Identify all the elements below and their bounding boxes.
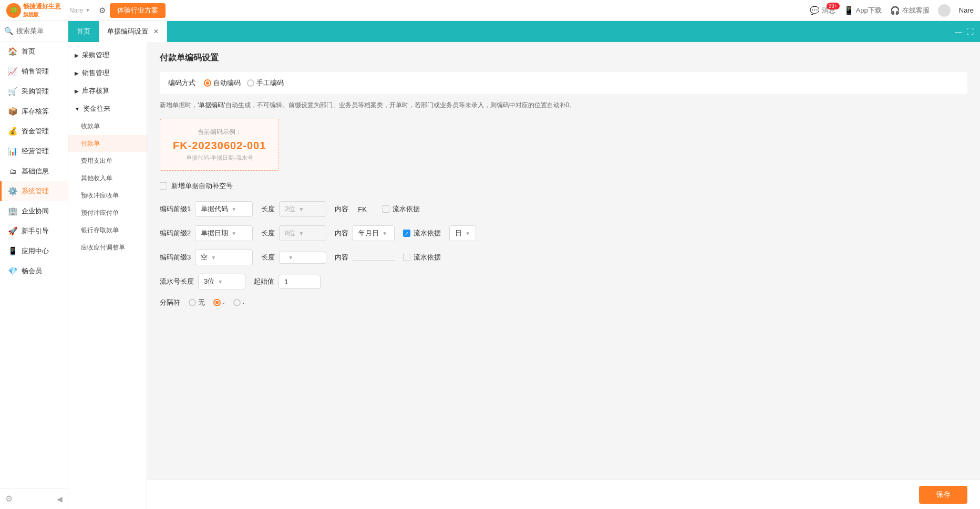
sub-nav-group-label: 采购管理 (82, 50, 109, 60)
auto-encode-radio-dot (204, 79, 211, 87)
online-service-btn[interactable]: 🎧 在线客服 (890, 6, 930, 15)
sidebar-item-system[interactable]: ⚙️ 系统管理 (0, 181, 68, 201)
sub-nav-capital-title[interactable]: ▼ 资金往来 (68, 100, 147, 118)
tab-home[interactable]: 首页 (68, 21, 99, 42)
sidebar-item-home[interactable]: 🏠 首页 (0, 41, 68, 61)
prefix1-select[interactable]: 单据代码 ▼ (195, 201, 253, 217)
prefix3-length-select[interactable]: ▼ (279, 252, 326, 264)
sub-nav-item-prepay-payment[interactable]: 预付冲应付单 (68, 204, 147, 222)
sub-nav-item-label: 预收冲应收单 (81, 192, 119, 199)
preview-sub: 单据代码-单据日期-流水号 (173, 154, 266, 162)
form-area: 付款单编码设置 编码方式 自动编码 手工编码 (147, 42, 980, 480)
prefix2-length-field: 长度 8位 ▼ (261, 225, 326, 241)
prefix3-select[interactable]: 空 ▼ (195, 250, 253, 265)
sidebar-item-label: 基础信息 (22, 167, 49, 176)
manual-encode-radio[interactable]: 手工编码 (247, 78, 284, 88)
tab-encoding-settings[interactable]: 单据编码设置 ✕ (99, 21, 167, 42)
separator-dash-radio[interactable]: · (233, 299, 245, 307)
separator-none-radio[interactable]: 无 (189, 298, 205, 307)
prefix1-serial-check: 流水依据 (382, 204, 420, 214)
sidebar-bottom: ⚙ ◀ (0, 488, 68, 509)
sidebar-item-label: 销售管理 (22, 67, 49, 76)
sub-nav-item-bank-deposit[interactable]: 银行存取款单 (68, 222, 147, 239)
serial-row: 流水号长度 3位 ▼ 起始值 (160, 274, 967, 289)
sub-nav-item-label: 预付冲应付单 (81, 209, 119, 216)
experience-btn[interactable]: 体验行业方案 (110, 3, 166, 18)
serial-length-select[interactable]: 3位 ▼ (198, 274, 245, 289)
sidebar-settings-icon[interactable]: ⚙ (5, 494, 13, 504)
sub-nav-purchase-title[interactable]: ▶ 采购管理 (68, 46, 147, 64)
auto-fill-checkbox[interactable] (160, 182, 167, 190)
sub-nav-item-payment[interactable]: 付款单 (68, 135, 147, 152)
auto-encode-radio[interactable]: 自动编码 (204, 78, 241, 88)
sub-nav-item-other-income[interactable]: 其他收入单 (68, 170, 147, 187)
prefix1-length-value: 2位 (285, 204, 295, 214)
topbar-right: 💬 消息 99+ 📱 App下载 🎧 在线客服 Nare (810, 4, 974, 17)
sidebar-item-member[interactable]: 💎 畅会员 (0, 261, 68, 281)
sub-nav-item-label: 应收应付调整单 (81, 244, 125, 251)
prefix2-content-field: 内容 年月日 ▼ (335, 225, 395, 241)
company-dropdown[interactable]: Nare ▼ (65, 7, 95, 14)
sidebar-item-app[interactable]: 📱 应用中心 (0, 241, 68, 261)
sub-nav-item-prepay-receipt[interactable]: 预收冲应收单 (68, 187, 147, 204)
chevron-down-icon: ▼ (75, 106, 80, 112)
sidebar-item-sales[interactable]: 📈 销售管理 (0, 61, 68, 81)
prefix1-serial-checkbox[interactable] (382, 205, 389, 213)
prefix2-serial-label: 流水依据 (414, 228, 441, 238)
chevron-down-icon: ▼ (288, 255, 293, 261)
sub-nav-inventory[interactable]: ▶ 库存核算 (68, 82, 147, 100)
inventory-icon: 📦 (8, 107, 17, 116)
search-menu-btn[interactable]: 🔍 搜索菜单 (0, 21, 68, 41)
prefix1-length-select[interactable]: 2位 ▼ (279, 201, 326, 217)
tab-expand-icon[interactable]: ⛶ (966, 27, 974, 36)
sidebar-item-inventory[interactable]: 📦 库存核算 (0, 101, 68, 121)
sub-nav-inventory-title[interactable]: ▶ 库存核算 (68, 82, 147, 100)
sidebar-item-finance[interactable]: 💰 资金管理 (0, 121, 68, 141)
start-value-input[interactable] (278, 275, 321, 289)
prefix2-length-select[interactable]: 8位 ▼ (279, 225, 326, 241)
prefix2-content-select[interactable]: 年月日 ▼ (353, 225, 395, 241)
prefix2-serial-checkbox[interactable]: ✓ (403, 230, 410, 237)
prefix2-content-value: 年月日 (358, 228, 379, 238)
serial-length-field: 流水号长度 3位 ▼ (160, 274, 245, 289)
prefix2-field: 编码前缀2 单据日期 ▼ (160, 225, 253, 241)
sidebar-item-purchase[interactable]: 🛒 采购管理 (0, 81, 68, 101)
sidebar-item-basic[interactable]: 🗂 基础信息 (0, 161, 68, 181)
content-body: ▶ 采购管理 ▶ 销售管理 ▶ 库存核算 (68, 42, 980, 509)
sub-nav-item-expense[interactable]: 费用支出单 (68, 152, 147, 170)
message-icon: 💬 (810, 6, 820, 15)
prefix3-serial-checkbox[interactable] (403, 254, 410, 261)
separator-none-dot (189, 299, 196, 306)
tab-close-icon[interactable]: ✕ (153, 28, 159, 35)
sidebar-collapse-icon[interactable]: ◀ (57, 495, 63, 503)
auto-fill-row: 新增单据自动补空号 (160, 181, 967, 191)
prefix2-select[interactable]: 单据日期 ▼ (195, 225, 253, 241)
date-unit-select[interactable]: 日 ▼ (449, 225, 476, 241)
save-button[interactable]: 保存 (919, 486, 967, 504)
sub-nav-sales[interactable]: ▶ 销售管理 (68, 64, 147, 82)
prefix3-serial-label: 流水依据 (414, 253, 441, 262)
sidebar-item-guide[interactable]: 🚀 新手引导 (0, 221, 68, 241)
settings-icon[interactable]: ⚙ (99, 6, 106, 15)
app-center-icon: 📱 (8, 246, 17, 256)
messages-btn[interactable]: 💬 消息 99+ (810, 6, 835, 15)
user-avatar[interactable] (938, 4, 951, 17)
app-download-btn[interactable]: 📱 App下载 (844, 6, 882, 15)
prefix3-row: 编码前缀3 空 ▼ 长度 ▼ (160, 250, 967, 265)
sub-nav-item-ar-ap-adjust[interactable]: 应收应付调整单 (68, 239, 147, 256)
tab-minimize-icon[interactable]: — (955, 27, 962, 36)
separator-dot-radio[interactable]: · (213, 299, 225, 307)
chevron-right-icon: ▶ (75, 53, 79, 58)
prefix3-serial-check: 流水依据 (403, 253, 441, 262)
chevron-down-icon: ▼ (382, 231, 387, 236)
sub-nav-purchase[interactable]: ▶ 采购管理 (68, 46, 147, 64)
sub-nav-sales-title[interactable]: ▶ 销售管理 (68, 64, 147, 82)
sub-nav-item-receipt[interactable]: 收款单 (68, 118, 147, 135)
encoding-radio-group: 自动编码 手工编码 (204, 78, 284, 88)
prefix1-serial-label: 流水依据 (393, 204, 420, 214)
tabbar: 首页 单据编码设置 ✕ — ⛶ (68, 21, 980, 42)
sidebar-item-operations[interactable]: 📊 经营管理 (0, 141, 68, 161)
sidebar-item-enterprise[interactable]: 🏢 企业协同 (0, 201, 68, 221)
prefix1-length-field: 长度 2位 ▼ (261, 201, 326, 217)
sidebar-item-label: 企业协同 (22, 206, 49, 216)
